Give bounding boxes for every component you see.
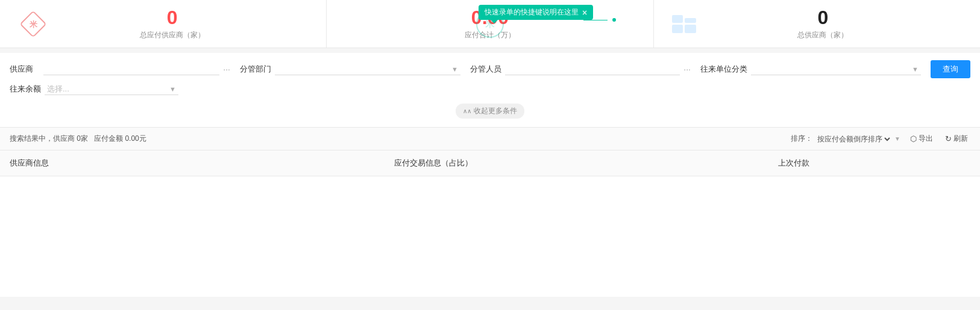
result-amount: 0.00元	[125, 134, 146, 143]
department-filter-label: 分管部门	[240, 64, 271, 75]
shortcut-tooltip: 快速录单的快捷键说明在这里 ×	[479, 5, 593, 20]
table-body	[0, 176, 980, 297]
collapse-row: ∧∧ 收起更多条件	[10, 100, 970, 123]
department-filter: 分管部门 ▼	[240, 63, 460, 75]
filter-row-1: 供应商 ··· 分管部门 ▼ 分管人员 ··· 往来单位分类	[10, 60, 970, 78]
balance-caret-icon: ▼	[167, 85, 178, 93]
table-col-last-payment-header: 上次付款	[778, 158, 970, 169]
total-suppliers-value: 0	[817, 7, 828, 28]
payable-total-stat: 米 0.00 应付合计（万） 快速录单的快捷键说明在这里 ×	[327, 0, 653, 48]
supplier-filter-label: 供应商	[10, 64, 40, 75]
unit-category-filter: 往来单位分类 ▼	[700, 63, 921, 75]
person-input[interactable]	[505, 63, 680, 75]
person-filter: 分管人员 ···	[470, 63, 691, 75]
table-col-supplier-header: 供应商信息	[10, 158, 394, 169]
unit-category-caret-icon: ▼	[909, 66, 921, 73]
export-button[interactable]: ⬡ 导出	[908, 132, 935, 145]
department-caret-icon: ▼	[449, 66, 460, 73]
result-summary: 搜索结果中，供应商 0家 应付金额 0.00元	[10, 134, 146, 144]
total-suppliers-label: 总供应商（家）	[797, 30, 848, 40]
filter-row-2: 往来余额 ▼	[10, 83, 970, 95]
balance-input[interactable]	[45, 83, 167, 95]
unit-category-input-wrapper: ▼	[751, 63, 921, 75]
person-input-wrapper	[505, 63, 680, 75]
balance-input-wrapper: ▼	[45, 83, 178, 95]
department-input-wrapper: ▼	[275, 63, 460, 75]
total-payable-suppliers-value: 0	[167, 7, 178, 28]
export-icon: ⬡	[910, 134, 917, 143]
result-suppliers-text: 搜索结果中，供应商 0家 应付金额 0.00元	[10, 134, 146, 144]
result-amount-prefix: 应付金额	[94, 134, 123, 143]
balance-filter: 往来余额 ▼	[10, 83, 178, 95]
refresh-button[interactable]: ↻ 刷新	[943, 132, 970, 145]
collapse-up-icon: ∧∧	[463, 108, 471, 114]
refresh-icon: ↻	[945, 134, 952, 143]
result-bar: 搜索结果中，供应商 0家 应付金额 0.00元 排序： 按应付会额倒序排序 ▼ …	[0, 128, 980, 150]
total-payable-suppliers-stat: 米 0 总应付供应商（家）	[0, 0, 327, 48]
unit-category-label: 往来单位分类	[700, 64, 747, 75]
balance-filter-label: 往来余额	[10, 84, 41, 95]
sort-prefix: 排序：	[791, 134, 812, 144]
tooltip-close-button[interactable]: ×	[582, 8, 587, 17]
collapse-button-label: 收起更多条件	[474, 106, 517, 116]
person-filter-label: 分管人员	[470, 64, 501, 75]
person-more-button[interactable]: ···	[683, 64, 691, 74]
supplier-filter: 供应商 ···	[10, 63, 230, 75]
diamond-logo-icon: 米	[18, 9, 48, 39]
result-count: 0家	[77, 134, 88, 143]
result-actions: 排序： 按应付会额倒序排序 ▼ ⬡ 导出 ↻ 刷新	[791, 132, 970, 145]
supplier-more-button[interactable]: ···	[223, 64, 230, 74]
table-container: 供应商信息 应付交易信息（占比） 上次付款	[0, 150, 980, 297]
sort-select[interactable]: 按应付会额倒序排序	[815, 134, 892, 144]
result-search-prefix: 搜索结果中，供应商	[10, 134, 75, 143]
filter-bar: 供应商 ··· 分管部门 ▼ 分管人员 ··· 往来单位分类	[0, 53, 980, 128]
tooltip-text: 快速录单的快捷键说明在这里	[485, 7, 579, 17]
department-input[interactable]	[275, 63, 449, 75]
collapse-button[interactable]: ∧∧ 收起更多条件	[456, 104, 524, 119]
query-button[interactable]: 查询	[931, 60, 970, 78]
total-suppliers-stat: 0 总供应商（家）	[654, 0, 980, 48]
export-label: 导出	[919, 134, 933, 144]
sort-wrapper: 排序： 按应付会额倒序排序 ▼	[791, 134, 900, 144]
refresh-label: 刷新	[953, 134, 968, 144]
supplier-input-wrapper	[43, 63, 219, 75]
supplier-input[interactable]	[43, 63, 219, 75]
svg-text:米: 米	[29, 20, 38, 29]
tooltip-dot-indicator	[611, 17, 617, 23]
table-col-transaction-header: 应付交易信息（占比）	[394, 158, 779, 169]
sort-caret-icon: ▼	[894, 135, 900, 142]
unit-category-input[interactable]	[751, 63, 909, 75]
total-payable-suppliers-label: 总应付供应商（家）	[140, 30, 205, 40]
table-header: 供应商信息 应付交易信息（占比） 上次付款	[0, 150, 980, 176]
